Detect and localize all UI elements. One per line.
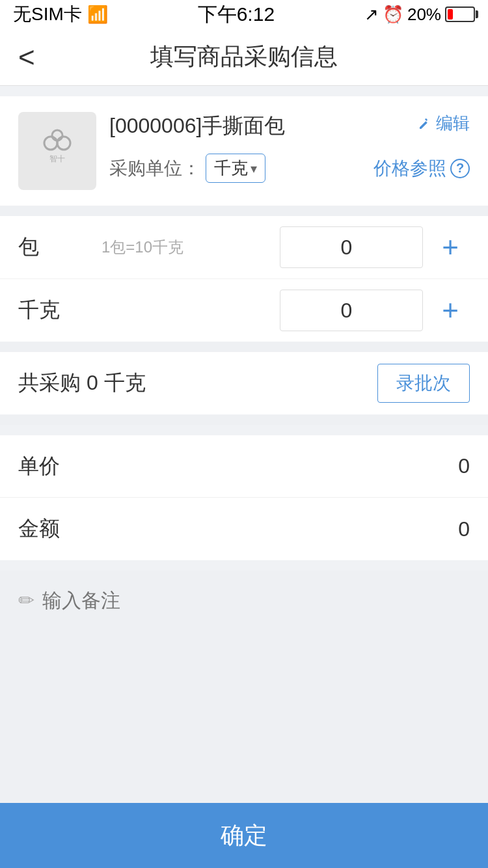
nav-bar: < 填写商品采购信息 [0,29,488,86]
svg-point-1 [57,137,70,150]
price-ref-label: 价格参照 [373,156,446,181]
divider-1 [0,206,488,216]
product-name-row: [0000006]手撕面包 编辑 [109,112,470,141]
pencil-icon: ✏ [18,589,34,612]
product-name: [0000006]手撕面包 [109,112,285,141]
kg-input-area: + [96,290,470,331]
price-ref-button[interactable]: 价格参照 ? [373,156,470,181]
bag-label: 包 [18,233,96,262]
confirm-button[interactable]: 确定 [221,820,267,852]
kg-input[interactable] [280,290,423,331]
bag-sublabel: 1包=10千克 [102,237,183,258]
alarm-icon: ⏰ [383,5,403,25]
bag-row: 包 1包=10千克 + [0,216,488,278]
summary-section: 共采购 0 千克 录批次 [0,352,488,414]
back-button[interactable]: < [18,43,35,72]
chevron-down-icon: ▾ [251,161,257,176]
unit-select[interactable]: 千克 ▾ [206,154,265,183]
status-right: ↗ ⏰ 20% [364,5,475,25]
notes-input[interactable] [42,590,470,612]
help-icon: ? [450,159,470,178]
kg-label: 千克 [18,296,96,325]
batch-button[interactable]: 录批次 [377,364,470,403]
svg-point-0 [44,137,57,150]
status-left: 无SIM卡 📶 [13,2,108,27]
amount-label: 金额 [18,515,60,543]
product-logo-icon: 智十 [34,129,80,173]
product-card: 智十 [0000006]手撕面包 编辑 采购单位： 千克 ▾ [0,96,488,206]
product-unit-row: 采购单位： 千克 ▾ 价格参照 ? [109,154,470,183]
price-section: 单价 0 金额 0 [0,435,488,560]
product-info: [0000006]手撕面包 编辑 采购单位： 千克 ▾ 价格参照 ? [109,112,470,183]
svg-text:智十: 智十 [49,154,65,163]
amount-row: 金额 0 [0,498,488,560]
battery-icon [445,7,475,22]
kg-plus-button[interactable]: + [431,290,470,331]
divider-2 [0,342,488,352]
kg-section: 千克 + [0,279,488,342]
battery-fill [448,9,453,20]
product-code: [0000006] [109,114,202,137]
unit-price-row: 单价 0 [0,435,488,498]
unit-price-value: 0 [458,454,470,478]
svg-point-2 [52,130,62,141]
product-title: 手撕面包 [202,114,285,137]
unit-price-label: 单价 [18,452,60,481]
notes-section: ✏ [0,571,488,630]
status-bar: 无SIM卡 📶 下午6:12 ↗ ⏰ 20% [0,0,488,29]
divider-3 [0,414,488,425]
edit-button[interactable]: 编辑 [418,112,470,135]
confirm-bar[interactable]: 确定 [0,803,488,868]
edit-label: 编辑 [436,112,470,135]
bag-input[interactable] [280,226,423,268]
status-time: 下午6:12 [198,1,275,28]
bag-section: 包 1包=10千克 + [0,216,488,278]
unit-value: 千克 [214,157,248,180]
summary-text: 共采购 0 千克 [18,369,146,398]
wifi-icon: 📶 [87,5,108,25]
location-icon: ↗ [364,5,379,25]
sim-text: 无SIM卡 [13,2,82,27]
bag-input-area: + [183,226,470,268]
kg-row: 千克 + [0,279,488,342]
battery-percent: 20% [407,5,441,25]
page-title: 填写商品采购信息 [150,41,338,73]
summary-row: 共采购 0 千克 录批次 [0,352,488,414]
unit-label: 采购单位： [109,156,200,181]
amount-value: 0 [458,517,470,541]
product-image: 智十 [18,112,96,190]
bag-plus-button[interactable]: + [431,226,470,268]
content-spacer [0,630,488,825]
